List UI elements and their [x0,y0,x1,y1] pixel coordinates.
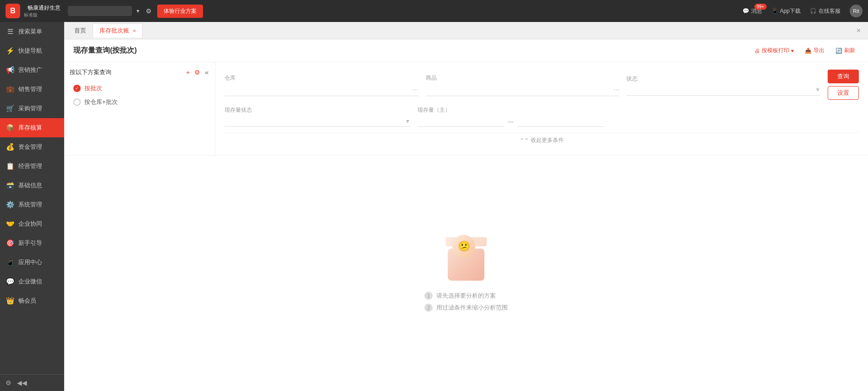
inv-qty-range: — [418,116,603,127]
query-btn[interactable]: 查询 [828,70,859,83]
sidebar-settings-btn[interactable]: ⚙ [5,379,11,386]
wechat-icon: 💬 [5,277,15,286]
phone-icon: 📱 [771,8,778,14]
tab-close-btn[interactable]: × [133,28,136,33]
page-content: 现存量查询(按批次) 🖨 按模板打印 ▾ 📤 导出 🔄 刷新 [64,39,868,391]
filter-action-btns: 查询 设置 [828,70,859,101]
sidebar-item-inventory[interactable]: 📦 库存核算 [0,118,64,137]
tab-inventory-batch[interactable]: 库存批次账 × [93,23,143,38]
sidebar-item-finance[interactable]: 💰 资金管理 [0,137,64,157]
sales-icon: 💼 [5,85,15,94]
sidebar-item-enterprise[interactable]: 🤝 企业协同 [0,214,64,234]
sidebar-item-sales[interactable]: 💼 销售管理 [0,80,64,99]
warehouse-dots-btn[interactable]: ··· [412,86,418,94]
sidebar-item-quick-nav[interactable]: ⚡ 快捷导航 [0,41,64,60]
inv-status-select-wrap: ▼ [225,116,410,127]
collapse-more-btn[interactable]: ⌃⌃ 收起更多条件 [225,132,859,148]
sidebar-bottom: ⚙ ◀◀ [0,374,64,391]
warehouse-input[interactable] [225,87,410,93]
product-dots-btn[interactable]: ··· [613,86,619,94]
sidebar-item-wechat[interactable]: 💬 企业微信 [0,272,64,291]
user-avatar-area[interactable]: Rit [850,5,863,17]
search-input[interactable] [68,6,132,16]
sidebar-item-search-menu[interactable]: ☰ 搜索菜单 [0,22,64,41]
filter-field-inv-status: 现存量状态 ▼ [225,106,410,127]
filter-left-title: 按以下方案查询 [70,68,111,76]
message-icon: 💬 [742,8,749,14]
warehouse-input-wrap: ··· [225,84,418,96]
messages-btn[interactable]: 💬 消息 99+ [742,7,762,15]
collapse-panel-btn[interactable]: « [204,68,209,77]
apps-icon: 📱 [5,258,15,267]
empty-hints: 1 请先选择要分析的方案 2 用过滤条件来缩小分析范围 [424,292,508,312]
topbar-right: 💬 消息 99+ 📱 App下载 🎧 在线客服 Rit [742,5,863,17]
sidebar-item-label: 快捷导航 [18,47,42,55]
filter-field-product: 商品 ··· [426,74,620,96]
product-input[interactable] [426,87,611,93]
tabs-bar: 首页 库存批次账 × × [64,22,868,39]
filter-right: 仓库 ··· 商品 ··· [215,62,868,155]
filter-left-header: 按以下方案查询 + ⚙ « [70,68,209,77]
newbie-icon: 🎯 [5,239,15,248]
tab-home-label: 首页 [74,27,86,35]
sidebar-item-apps[interactable]: 📱 应用中心 [0,253,64,272]
settings-btn[interactable]: 设置 [828,86,859,100]
add-scheme-btn[interactable]: + [185,68,191,77]
settings-gear-btn[interactable]: ⚙ [146,7,152,15]
sidebar: ☰ 搜索菜单 ⚡ 快捷导航 📢 营销推广 💼 销售管理 🛒 采购管理 📦 库 [0,22,64,391]
company-name: 畅康通好生意 [27,4,60,12]
scheme-settings-btn[interactable]: ⚙ [193,68,201,77]
scheme-item-by-warehouse-batch[interactable]: 按仓库+批次 [70,95,209,109]
hint-num-2: 2 [424,304,433,312]
sidebar-item-label: 基础信息 [18,181,42,190]
trial-btn[interactable]: 体验行业方案 [157,5,203,18]
app-download-btn[interactable]: 📱 App下载 [771,7,801,15]
product-label: 商品 [426,74,620,82]
sidebar-item-label: 资金管理 [18,143,42,151]
headset-icon: 🎧 [810,8,817,14]
search-area: ▾ ⚙ [68,6,152,16]
inv-status-label: 现存量状态 [225,106,410,114]
online-service-btn[interactable]: 🎧 在线客服 [810,7,841,15]
sidebar-item-purchase[interactable]: 🛒 采购管理 [0,99,64,118]
scheme-radio-by-warehouse-batch [73,98,81,106]
sidebar-item-member[interactable]: 👑 畅会员 [0,291,64,310]
inv-status-arrow-icon: ▼ [405,118,410,125]
inv-status-select[interactable] [225,118,403,125]
tab-panel-close-btn[interactable]: × [853,27,864,35]
sidebar-scroll[interactable]: ☰ 搜索菜单 ⚡ 快捷导航 📢 营销推广 💼 销售管理 🛒 采购管理 📦 库 [0,22,64,374]
tab-home[interactable]: 首页 [68,24,93,38]
print-btn[interactable]: 🖨 按模板打印 ▾ [751,45,797,56]
status-select[interactable] [626,87,813,93]
sidebar-item-marketing[interactable]: 📢 营销推广 [0,60,64,80]
sidebar-item-system[interactable]: ⚙️ 系统管理 [0,195,64,214]
finance-icon: 💰 [5,142,15,152]
sidebar-collapse-btn[interactable]: ◀◀ [17,379,27,386]
sidebar-item-label: 企业微信 [18,277,42,286]
status-arrow-icon: ▼ [815,87,820,93]
filter-field-warehouse: 仓库 ··· [225,74,418,96]
inv-qty-to-input[interactable] [517,116,604,127]
sidebar-item-label: 企业协同 [18,220,42,228]
basics-icon: 🗃️ [5,181,15,190]
sidebar-item-operations[interactable]: 📋 经营管理 [0,157,64,176]
print-dropdown-icon: ▾ [791,48,794,54]
filter-field-inv-qty: 现存量（主） — [418,106,603,127]
empty-face: 😕 [452,235,475,258]
sidebar-item-label: 畅会员 [18,297,36,305]
refresh-btn[interactable]: 🔄 刷新 [832,45,859,56]
filter-panel: 按以下方案查询 + ⚙ « ✓ 按批次 [64,62,868,156]
purchase-icon: 🛒 [5,104,15,113]
chevron-up-icon: ⌃⌃ [520,137,529,144]
status-label: 状态 [626,75,820,83]
sidebar-item-newbie[interactable]: 🎯 新手引导 [0,234,64,253]
page-header-actions: 🖨 按模板打印 ▾ 📤 导出 🔄 刷新 [751,45,859,56]
export-btn[interactable]: 📤 导出 [801,45,828,56]
search-dropdown-btn[interactable]: ▾ [134,6,142,16]
sidebar-item-label: 系统管理 [18,201,42,209]
status-select-wrap: ▼ [626,85,820,96]
page-header: 现存量查询(按批次) 🖨 按模板打印 ▾ 📤 导出 🔄 刷新 [64,39,868,62]
inv-qty-from-input[interactable] [418,116,504,127]
scheme-item-by-batch[interactable]: ✓ 按批次 [70,81,209,95]
sidebar-item-basics[interactable]: 🗃️ 基础信息 [0,176,64,195]
